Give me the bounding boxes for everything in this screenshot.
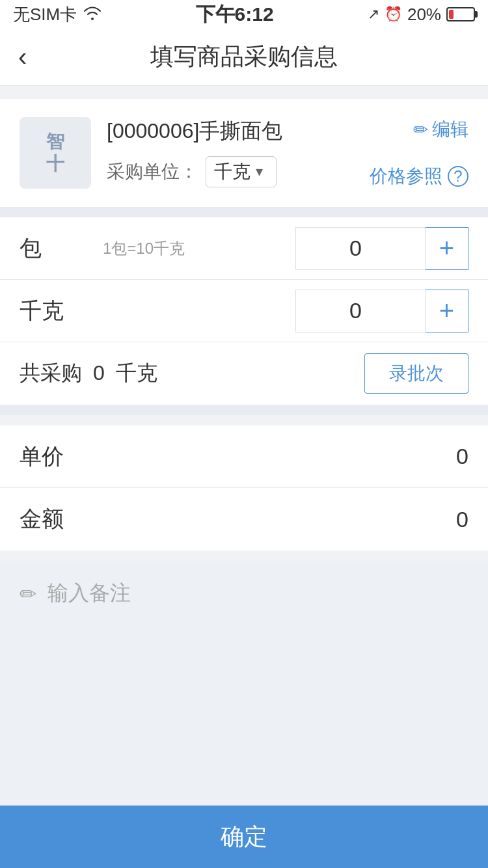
chevron-down-icon: ▾ [256, 163, 263, 180]
help-icon: ? [448, 166, 468, 187]
unit-price-value: 0 [456, 444, 468, 469]
remark-input[interactable]: 输入备注 [47, 579, 131, 608]
purchase-unit-label: 采购单位： [107, 159, 198, 184]
status-bar-right: ↗ ⏰ 20% [368, 5, 475, 25]
total-row: 共采购 0 千克 录批次 [0, 342, 488, 405]
status-bar-time: 下午6:12 [196, 1, 274, 28]
product-thumbnail: 智 十 [20, 117, 91, 189]
status-bar-left: 无SIM卡 [13, 3, 102, 26]
kg-input-row: 千克 + [0, 280, 488, 342]
price-section: 单价 0 金额 0 [0, 426, 488, 550]
nav-bar: ‹ 填写商品采购信息 [0, 29, 488, 86]
page-title: 填写商品采购信息 [150, 41, 338, 73]
unit-price-row: 单价 0 [0, 426, 488, 488]
amount-label: 金额 [20, 504, 64, 534]
edit-button[interactable]: ✏ 编辑 [413, 117, 468, 142]
location-icon: ↗ [368, 6, 379, 23]
section-divider-2 [0, 405, 488, 415]
back-button[interactable]: ‹ [18, 42, 27, 72]
wifi-icon [83, 5, 102, 25]
bao-label: 包 [20, 234, 98, 264]
bao-plus-button[interactable]: + [426, 227, 468, 270]
total-amount: 0 [93, 361, 105, 385]
bao-input-row: 包 1包=10千克 + [0, 217, 488, 280]
bao-sublabel: 1包=10千克 [103, 238, 295, 259]
carrier-label: 无SIM卡 [13, 3, 77, 26]
remark-section[interactable]: ✏ 输入备注 [0, 561, 488, 652]
kg-input-control: + [295, 290, 468, 332]
bao-quantity-input[interactable] [295, 227, 426, 270]
battery-percent: 20% [407, 5, 441, 25]
kg-plus-button[interactable]: + [426, 290, 468, 332]
product-logo: 智 十 [46, 131, 64, 174]
price-ref-button[interactable]: 价格参照 ? [370, 164, 468, 189]
unit-select[interactable]: 千克 ▾ [206, 156, 277, 187]
edit-label: 编辑 [432, 117, 468, 142]
input-section: 包 1包=10千克 + 千克 + [0, 217, 488, 342]
section-divider [0, 207, 488, 217]
unit-price-label: 单价 [20, 442, 64, 472]
amount-value: 0 [456, 507, 468, 532]
price-ref-label: 价格参照 [370, 164, 442, 189]
alarm-icon: ⏰ [385, 6, 402, 23]
status-bar: 无SIM卡 下午6:12 ↗ ⏰ 20% [0, 0, 488, 29]
pencil-icon: ✏ [20, 582, 37, 606]
amount-row: 金额 0 [0, 488, 488, 550]
unit-value: 千克 [214, 159, 251, 184]
edit-icon: ✏ [413, 119, 428, 141]
batch-button[interactable]: 录批次 [364, 353, 468, 394]
bao-input-control: + [295, 227, 468, 270]
total-label: 共采购 0 千克 [20, 359, 157, 388]
confirm-button[interactable]: 确定 [0, 806, 488, 868]
kg-quantity-input[interactable] [295, 290, 426, 332]
battery-icon [446, 7, 475, 21]
kg-label: 千克 [20, 296, 98, 326]
product-card: 智 十 [0000006]手撕面包 采购单位： 千克 ▾ ✏ 编辑 价格参照 ? [0, 99, 488, 207]
